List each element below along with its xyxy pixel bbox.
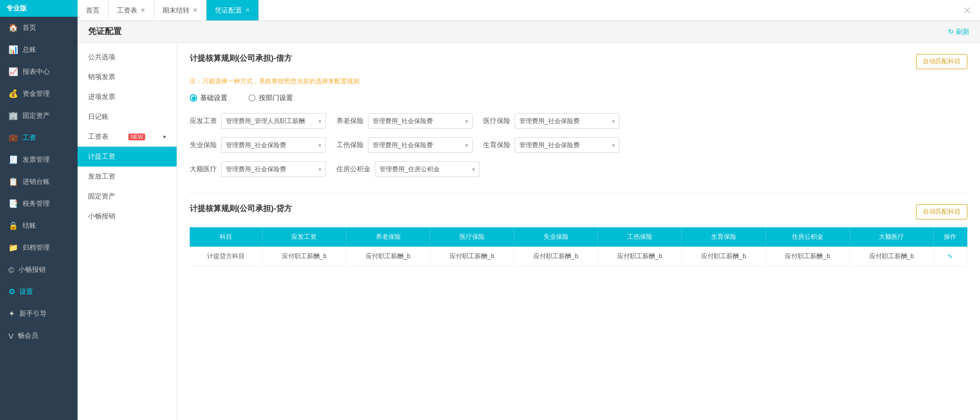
chevron-down-icon-6: ▾ <box>612 142 615 148</box>
sidebar-item-funds[interactable]: 💰 资金管理 <box>0 83 78 105</box>
td-work-injury: 应付职工薪酬_b <box>598 247 682 267</box>
section-credit: 计提核算规则(公司承担)-贷方 自动匹配科目 科目 应发工资 养老保险 医疗保险… <box>190 204 967 267</box>
sidebar-item-home[interactable]: 🏠 首页 <box>0 17 78 39</box>
sidebar-item-guide[interactable]: ✦ 新手引导 <box>0 303 78 325</box>
funds-icon: 💰 <box>8 89 18 98</box>
th-maternity: 生育保险 <box>682 227 766 247</box>
sidebar-label-home: 首页 <box>23 23 36 32</box>
tab-voucher-config-close[interactable]: ✕ <box>245 7 250 14</box>
nav-label-sales-invoice: 销项发票 <box>88 72 115 82</box>
sidebar-label-invoice: 发票管理 <box>23 155 50 164</box>
auto-match-debit-button[interactable]: 自动匹配科目 <box>916 54 967 69</box>
nav-label-calc-salary: 计提工资 <box>88 152 115 161</box>
td-applied-salary: 应付职工薪酬_b <box>262 247 346 267</box>
sidebar-item-invoice[interactable]: 🧾 发票管理 <box>0 149 78 171</box>
select-medical-value: 管理费用_社会保险费 <box>519 117 612 126</box>
td-maternity: 应付职工薪酬_b <box>682 247 766 267</box>
select-maternity-value: 管理费用_社会保险费 <box>519 141 612 150</box>
closing-icon: 🔒 <box>8 221 18 230</box>
archive-icon: 📁 <box>8 243 18 252</box>
th-medical: 医疗保险 <box>430 227 514 247</box>
sidebar-item-settings[interactable]: ⚙ 设置 <box>0 281 78 303</box>
sidebar-label-tax: 税务管理 <box>23 199 50 208</box>
select-unemployment-value: 管理费用_社会保险费 <box>226 141 319 150</box>
tab-voucher-config[interactable]: 凭证配置 ✕ <box>206 0 259 20</box>
label-applied-salary: 应发工资 <box>190 116 217 126</box>
nav-public-options[interactable]: 公共选项 <box>78 47 177 67</box>
sidebar-item-member[interactable]: V 畅会员 <box>0 325 78 347</box>
sidebar-item-stockledger[interactable]: 📋 进销台账 <box>0 171 78 193</box>
tab-home[interactable]: 首页 <box>78 0 108 20</box>
nav-journal[interactable]: 日记账 <box>78 107 177 127</box>
select-pension[interactable]: 管理费用_社会保险费 ▾ <box>368 113 473 129</box>
radio-department[interactable]: 按部门设置 <box>248 93 293 103</box>
chevron-down-icon: ▾ <box>319 118 321 124</box>
sidebar-item-ledger[interactable]: 📊 总账 <box>0 39 78 61</box>
select-housing-fund[interactable]: 管理费用_住房公积金 ▾ <box>375 161 480 177</box>
radio-basic[interactable]: 基础设置 <box>190 93 227 103</box>
edit-icon[interactable]: ✎ <box>948 253 953 260</box>
sidebar-label-ledger: 总账 <box>23 45 36 54</box>
sidebar-item-xiaochang[interactable]: © 小畅报销 <box>0 259 78 281</box>
refresh-button[interactable]: ↻ 刷新 <box>948 27 970 37</box>
section-credit-title: 计提核算规则(公司承担)-贷方 <box>190 204 292 214</box>
td-edit-action[interactable]: ✎ <box>933 247 967 267</box>
nav-label-journal: 日记账 <box>88 112 108 121</box>
tab-voucher-config-label: 凭证配置 <box>215 6 242 15</box>
chevron-down-icon-5: ▾ <box>465 142 468 148</box>
sidebar-item-archive[interactable]: 📁 归档管理 <box>0 237 78 259</box>
sidebar-item-assets[interactable]: 🏢 固定资产 <box>0 105 78 127</box>
sidebar-label-closing: 结账 <box>23 221 36 230</box>
th-large-medical: 大额医疗 <box>850 227 933 247</box>
label-medical: 医疗保险 <box>483 116 510 126</box>
tab-payroll[interactable]: 工资表 ✕ <box>108 0 154 20</box>
tab-payroll-label: 工资表 <box>117 6 137 15</box>
xiaochang-icon: © <box>8 266 14 274</box>
sidebar-item-salary[interactable]: 💼 工资 <box>0 127 78 149</box>
credit-table: 科目 应发工资 养老保险 医疗保险 失业保险 工伤保险 生育保险 住房公积金 大… <box>190 227 967 267</box>
sidebar-label-settings: 设置 <box>19 287 33 296</box>
section-debit-title: 计提核算规则(公司承担)-借方 <box>190 53 292 63</box>
field-work-injury: 工伤保险 管理费用_社会保险费 ▾ <box>336 137 473 153</box>
sidebar-item-tax[interactable]: 📑 税务管理 <box>0 193 78 215</box>
section-debit: 计提核算规则(公司承担)-借方 自动匹配科目 注：只能选择一种方式，系统将按照您… <box>190 53 967 177</box>
select-applied-salary[interactable]: 管理费用_管理人员职工薪酬 ▾ <box>221 113 326 129</box>
nav-payroll-table[interactable]: 工资表 NEW ▾ <box>78 127 177 147</box>
field-unemployment: 失业保险 管理费用_社会保险费 ▾ <box>190 137 326 153</box>
select-maternity[interactable]: 管理费用_社会保险费 ▾ <box>515 137 619 153</box>
td-subject: 计提贷方科目 <box>190 247 262 267</box>
chevron-down-icon-4: ▾ <box>319 142 321 148</box>
select-unemployment[interactable]: 管理费用_社会保险费 ▾ <box>221 137 326 153</box>
select-work-injury[interactable]: 管理费用_社会保险费 ▾ <box>368 137 473 153</box>
close-window-button[interactable]: ✕ <box>954 4 980 17</box>
tab-payroll-close[interactable]: ✕ <box>140 7 145 14</box>
select-medical[interactable]: 管理费用_社会保险费 ▾ <box>515 113 619 129</box>
form-row-2: 失业保险 管理费用_社会保险费 ▾ 工伤保险 管理费用_社会保险费 ▾ <box>190 137 967 153</box>
radio-basic-label: 基础设置 <box>200 93 227 103</box>
right-content: 计提核算规则(公司承担)-借方 自动匹配科目 注：只能选择一种方式，系统将按照您… <box>177 43 980 420</box>
th-work-injury: 工伤保险 <box>598 227 682 247</box>
section-debit-note: 注：只能选择一种方式，系统将按照您当前的选择来配置规则 <box>190 77 967 86</box>
radio-dept-label: 按部门设置 <box>259 93 293 103</box>
stockledger-icon: 📋 <box>8 177 18 186</box>
nav-xiaochang-exp[interactable]: 小畅报销 <box>78 206 177 226</box>
nav-issue-salary[interactable]: 发放工资 <box>78 167 177 186</box>
assets-icon: 🏢 <box>8 111 18 120</box>
sidebar-label-stockledger: 进销台账 <box>23 177 50 186</box>
nav-fixed-assets[interactable]: 固定资产 <box>78 186 177 206</box>
tab-period-close[interactable]: 期末结转 ✕ <box>154 0 206 20</box>
sidebar-item-closing[interactable]: 🔒 结账 <box>0 215 78 237</box>
member-icon: V <box>8 331 14 340</box>
tab-period-close-close[interactable]: ✕ <box>193 7 198 14</box>
sidebar-item-reports[interactable]: 📈 报表中心 <box>0 61 78 83</box>
section-debit-header: 计提核算规则(公司承担)-借方 自动匹配科目 <box>190 53 967 70</box>
form-row-1: 应发工资 管理费用_管理人员职工薪酬 ▾ 养老保险 管理费用_社会保险费 ▾ <box>190 113 967 129</box>
nav-calc-salary[interactable]: 计提工资 <box>78 147 177 167</box>
section-divider <box>190 193 967 193</box>
auto-match-credit-button[interactable]: 自动匹配科目 <box>916 204 967 219</box>
page-header: 凭证配置 ↻ 刷新 <box>78 21 980 43</box>
label-work-injury: 工伤保险 <box>336 140 364 150</box>
nav-sales-invoice[interactable]: 销项发票 <box>78 67 177 87</box>
select-large-medical[interactable]: 管理费用_社会保险费 ▾ <box>221 161 326 177</box>
nav-purchase-invoice[interactable]: 进项发票 <box>78 87 177 107</box>
